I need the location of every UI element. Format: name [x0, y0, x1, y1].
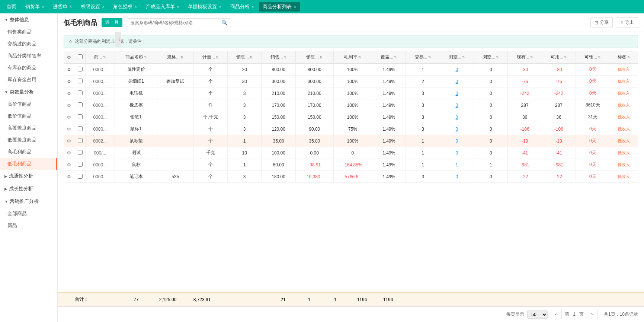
row-checkbox[interactable] — [75, 159, 85, 171]
row-settings[interactable]: ⚙ — [64, 64, 75, 76]
sidebar-item-sales-goods[interactable]: 销售类商品 — [0, 26, 57, 38]
col-gross-margin[interactable]: 毛利率⇅ — [333, 51, 372, 64]
col-settings[interactable]: ⚙ — [64, 51, 75, 64]
col-current[interactable]: 现有...⇅ — [508, 51, 542, 64]
row-checkbox[interactable] — [75, 135, 85, 147]
row-settings[interactable]: ⚙ — [64, 111, 75, 123]
sidebar-item-low-value[interactable]: 低价值商品 — [0, 110, 57, 122]
row-views1[interactable]: 0 — [440, 76, 474, 87]
share-button[interactable]: ⊡ 分享 — [590, 17, 613, 28]
row-views1[interactable]: 0 — [440, 123, 474, 135]
row-settings[interactable]: ⚙ — [64, 159, 75, 171]
row-checkbox[interactable] — [75, 111, 85, 123]
row-checkbox[interactable] — [75, 99, 85, 111]
nav-purchase-close[interactable]: × — [70, 5, 72, 9]
row-views1[interactable]: 0 — [440, 135, 474, 147]
nav-products-close[interactable]: × — [177, 5, 179, 9]
sidebar-item-all-goods[interactable]: 全部商品 — [0, 208, 57, 220]
sidebar-item-stocked-goods[interactable]: 有库存的商品 — [0, 62, 57, 74]
search-input[interactable] — [130, 20, 221, 25]
nav-sales-close[interactable]: × — [42, 5, 44, 9]
export-button[interactable]: ⇧ 导出 — [616, 17, 638, 28]
sidebar-group-flow[interactable]: ▶ 流通性分析 — [0, 170, 57, 182]
row-checkbox[interactable] — [75, 171, 85, 183]
nav-permissions[interactable]: 权限设置 × — [77, 2, 108, 12]
nav-purchase[interactable]: 进货单 × — [49, 2, 75, 12]
row-checkbox[interactable] — [75, 87, 85, 99]
col-transactions[interactable]: 交易...⇅ — [406, 51, 440, 64]
sidebar-group-marketing[interactable]: ▼ 营销推广分析 — [0, 195, 57, 208]
row-select[interactable] — [78, 150, 83, 155]
row-settings[interactable]: ⚙ — [64, 171, 75, 183]
nav-goods-analysis[interactable]: 商品分析 × — [227, 2, 257, 12]
row-views1[interactable]: 0 — [440, 64, 474, 76]
sidebar-group-overall[interactable]: ▼ 整体信息 — [0, 13, 57, 26]
row-select[interactable] — [78, 138, 83, 143]
row-select[interactable] — [78, 102, 83, 107]
row-settings[interactable]: ⚙ — [64, 147, 75, 159]
next-page-button[interactable]: ＞ — [587, 310, 598, 319]
col-views1[interactable]: 浏览...⇅ — [440, 51, 474, 64]
row-checkbox[interactable] — [75, 123, 85, 135]
nav-products[interactable]: 产成品入库单 × — [142, 2, 183, 12]
nav-goods-analysis-list-close[interactable]: × — [294, 5, 296, 9]
nav-goods-analysis-list[interactable]: 商品分析列表 × — [259, 2, 299, 12]
sidebar-item-high-value[interactable]: 高价值商品 — [0, 98, 57, 110]
col-sellable[interactable]: 可销...⇅ — [576, 51, 610, 64]
row-select[interactable] — [78, 114, 83, 119]
col-sales-amount[interactable]: 销售...⇅ — [295, 51, 333, 64]
col-sales-price[interactable]: 销售...⇅ — [262, 51, 295, 64]
nav-role-auth[interactable]: 角色授权 × — [109, 2, 140, 12]
row-views1[interactable]: 0 — [440, 99, 474, 111]
row-select[interactable] — [78, 126, 83, 131]
row-views1[interactable]: 0 — [440, 147, 474, 159]
time-filter-button[interactable]: 近一月 — [102, 18, 122, 27]
col-tag[interactable]: 标签⇅ — [610, 51, 638, 64]
col-code[interactable]: 商...⇅ — [85, 51, 115, 64]
col-spec[interactable]: 规格...⇅ — [157, 51, 193, 64]
nav-sales[interactable]: 销货单 × — [22, 2, 48, 12]
search-icon[interactable]: 🔍 — [221, 20, 228, 26]
sidebar-item-low-margin[interactable]: 低毛利商品 — [0, 158, 57, 170]
row-checkbox[interactable] — [75, 64, 85, 76]
row-settings[interactable]: ⚙ — [64, 123, 75, 135]
row-settings[interactable]: ⚙ — [64, 135, 75, 147]
sidebar-group-quantity[interactable]: ▼ 类数量分析 — [0, 86, 57, 98]
col-sales-qty[interactable]: 销售...⇅ — [228, 51, 262, 64]
row-select[interactable] — [78, 90, 83, 95]
row-checkbox[interactable] — [75, 147, 85, 159]
row-views1[interactable]: 0 — [440, 87, 474, 99]
row-settings[interactable]: ⚙ — [64, 76, 75, 87]
prev-page-button[interactable]: ＜ — [551, 310, 562, 319]
select-all-checkbox[interactable] — [78, 54, 83, 59]
sidebar-item-new-goods[interactable]: 新品 — [0, 220, 57, 232]
row-settings[interactable]: ⚙ — [64, 99, 75, 111]
nav-goods-analysis-close[interactable]: × — [251, 5, 254, 9]
nav-role-auth-close[interactable]: × — [135, 5, 137, 9]
nav-home[interactable]: 首页 — [3, 2, 20, 12]
nav-template-close[interactable]: × — [219, 5, 221, 9]
col-name[interactable]: 商品名称⇅ — [115, 51, 157, 64]
col-coverage[interactable]: 覆盖...⇅ — [372, 51, 406, 64]
sidebar-item-high-margin[interactable]: 高毛利商品 — [0, 146, 57, 158]
sidebar-item-inventory-capital[interactable]: 库存资金占用 — [0, 74, 57, 86]
row-select[interactable] — [78, 162, 83, 167]
sidebar-item-low-coverage[interactable]: 低覆盖度商品 — [0, 134, 57, 146]
nav-template[interactable]: 单据模板设置 × — [184, 2, 225, 12]
nav-permissions-close[interactable]: × — [102, 5, 105, 9]
sidebar-group-growth[interactable]: ▶ 成长性分析 — [0, 182, 57, 195]
row-views1[interactable]: 0 — [440, 171, 474, 183]
sidebar-item-high-coverage[interactable]: 高覆盖度商品 — [0, 122, 57, 134]
row-views1[interactable]: 1 — [440, 159, 474, 171]
row-select[interactable] — [78, 79, 83, 83]
row-select[interactable] — [78, 67, 83, 71]
per-page-select[interactable]: 50 100 200 — [527, 310, 548, 319]
sidebar-item-category-sales[interactable]: 商品分类销售率 — [0, 50, 57, 62]
col-views2[interactable]: 浏览...⇅ — [474, 51, 508, 64]
row-views1[interactable]: 0 — [440, 111, 474, 123]
row-settings[interactable]: ⚙ — [64, 87, 75, 99]
row-checkbox[interactable] — [75, 76, 85, 87]
sidebar-item-traded-goods[interactable]: 交易过的商品 — [0, 38, 57, 50]
row-select[interactable] — [78, 174, 83, 179]
col-unit[interactable]: 计量...⇅ — [193, 51, 227, 64]
